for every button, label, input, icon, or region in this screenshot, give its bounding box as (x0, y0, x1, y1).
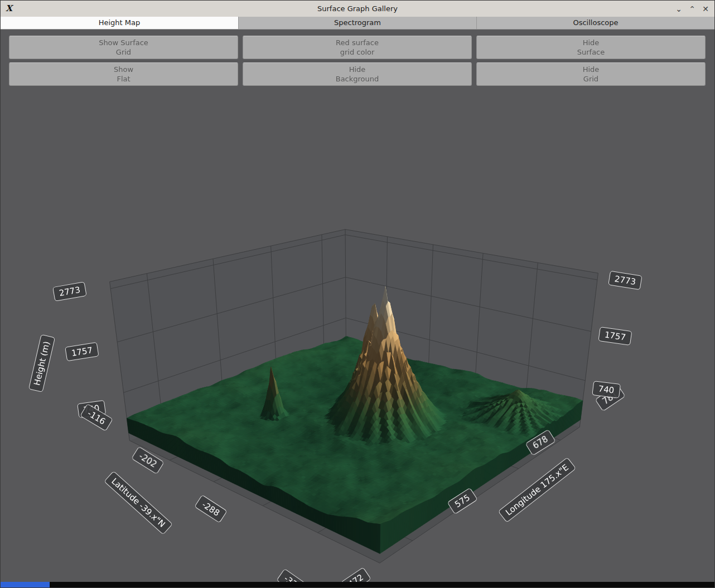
button-label: Surface (477, 47, 705, 57)
tab-bar: Height Map Spectrogram Oscilloscope (1, 17, 714, 30)
tab-spectrogram[interactable]: Spectrogram (239, 17, 477, 29)
button-label: Hide (477, 65, 705, 74)
taskbar-strip (1, 582, 714, 587)
minimize-button[interactable]: ⌄ (672, 2, 685, 16)
button-label: Flat (9, 74, 238, 84)
taskbar-active-item[interactable] (1, 582, 50, 587)
button-label: Red surface (243, 38, 471, 47)
close-button[interactable]: ✕ (699, 2, 712, 16)
show-surface-grid-button[interactable]: Show Surface Grid (9, 36, 238, 59)
tab-oscilloscope[interactable]: Oscilloscope (477, 17, 714, 29)
hide-grid-button[interactable]: Hide Grid (476, 62, 706, 86)
button-label: Show (9, 65, 238, 74)
chevron-down-icon: ⌄ (675, 4, 682, 13)
button-label: Show Surface (9, 38, 238, 47)
app-window: X Surface Graph Gallery ⌄ ⌃ ✕ Height Map… (0, 0, 715, 588)
button-label: Grid (9, 47, 238, 57)
show-flat-button[interactable]: Show Flat (9, 62, 238, 86)
button-label: Hide (243, 65, 471, 74)
surface-plot-canvas[interactable] (1, 1, 715, 588)
button-label: grid color (243, 47, 471, 57)
titlebar: X Surface Graph Gallery ⌄ ⌃ ✕ (1, 1, 714, 17)
maximize-button[interactable]: ⌃ (685, 2, 699, 16)
hide-surface-button[interactable]: Hide Surface (476, 36, 706, 59)
button-label: Background (243, 74, 471, 84)
close-icon: ✕ (702, 4, 709, 13)
tab-height-map[interactable]: Height Map (1, 17, 239, 29)
button-label: Hide (477, 38, 705, 47)
button-label: Grid (477, 74, 705, 84)
hide-background-button[interactable]: Hide Background (243, 62, 472, 86)
chevron-up-icon: ⌃ (689, 4, 695, 13)
surface-grid-color-button[interactable]: Red surface grid color (243, 36, 472, 59)
window-title: Surface Graph Gallery (1, 1, 714, 17)
control-panel: Show Surface Grid Red surface grid color… (9, 36, 706, 86)
